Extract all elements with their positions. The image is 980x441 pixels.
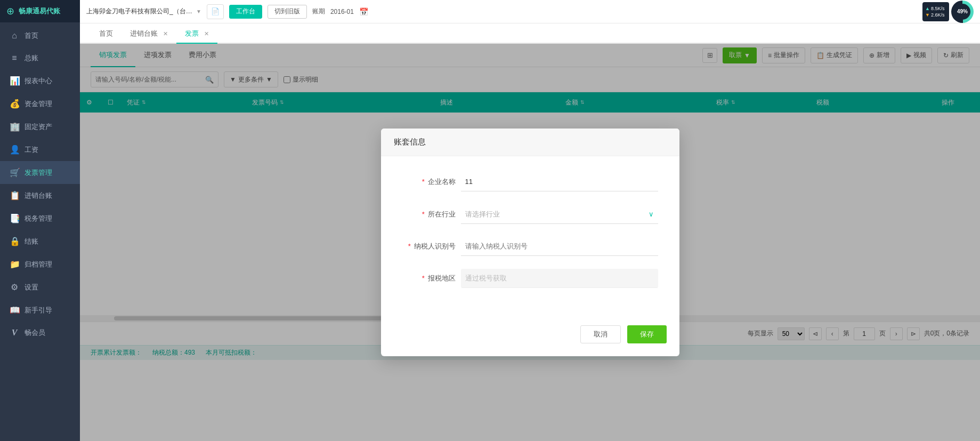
payroll-icon: 👤	[10, 145, 19, 155]
sidebar-item-sales[interactable]: 📋 进销台账	[0, 184, 80, 207]
company-name-label: 企业名称	[428, 178, 456, 186]
required-mark-company: *	[422, 178, 425, 186]
switch-old-button[interactable]: 切到旧版	[268, 5, 307, 19]
sidebar-item-finance[interactable]: 💰 资金管理	[0, 92, 80, 115]
guide-icon: 📖	[10, 305, 19, 315]
tax-region-display: 通过税号获取	[461, 269, 658, 288]
main-content: 上海卯金刀电子科技有限公司_（台201... ▼ 📄 工作台 切到旧版 账期 2…	[80, 0, 980, 441]
tab-sales-ledger-close-icon[interactable]: ✕	[163, 30, 168, 37]
invoice-icon: 🛒	[10, 167, 19, 178]
industry-row: * 所在行业 请选择行业 ∨	[402, 204, 658, 224]
speed-up-row: ▲ 8.5K/s	[925, 6, 946, 11]
sidebar-item-reports[interactable]: 📊 报表中心	[0, 69, 80, 92]
industry-label-wrapper: * 所在行业	[402, 210, 461, 219]
sidebar-item-archive[interactable]: 📁 归档管理	[0, 253, 80, 276]
topbar-right: ▲ 8.5K/s ▼ 2.6K/s 49%	[922, 1, 974, 23]
home-icon: ⌂	[10, 31, 19, 41]
tab-sales-ledger[interactable]: 进销台账 ✕	[122, 25, 176, 44]
sidebar-label-ledger: 总账	[25, 53, 38, 63]
industry-select[interactable]: 请选择行业	[461, 204, 658, 223]
tabbar: 首页 进销台账 ✕ 发票 ✕	[80, 23, 980, 44]
tax-region-row: * 报税地区 通过税号获取	[402, 269, 658, 288]
speed-down-row: ▼ 2.6K/s	[925, 12, 946, 18]
cancel-button[interactable]: 取消	[580, 325, 621, 343]
sidebar-label-vip: 畅会员	[25, 328, 45, 338]
required-mark-tax: *	[408, 242, 411, 250]
progress-value: 49%	[957, 9, 968, 14]
tab-home-label: 首页	[99, 29, 113, 38]
sidebar-label-finance: 资金管理	[25, 99, 52, 109]
period-value: 2016-01	[330, 8, 354, 15]
sidebar-label-archive: 归档管理	[25, 260, 52, 269]
sidebar-item-invoice[interactable]: 🛒 发票管理	[0, 161, 80, 184]
sidebar-item-home[interactable]: ⌂ 首页	[0, 25, 80, 47]
sidebar-label-tax: 税务管理	[25, 214, 52, 223]
speed-down-value: 2.6K/s	[931, 12, 945, 18]
tab-invoice[interactable]: 发票 ✕	[176, 25, 217, 44]
ledger-icon: ≡	[10, 53, 19, 63]
modal-body: * 企业名称 * 所在行业	[381, 156, 679, 317]
sidebar-label-payroll: 工资	[25, 145, 38, 155]
required-mark-region: *	[422, 274, 425, 282]
close-books-icon: 🔒	[10, 236, 19, 246]
sidebar-label-home: 首页	[25, 31, 38, 41]
settings-icon: ⚙	[10, 282, 19, 292]
sidebar-item-settings[interactable]: ⚙ 设置	[0, 276, 80, 299]
sidebar-item-ledger[interactable]: ≡ 总账	[0, 47, 80, 69]
tab-home[interactable]: 首页	[91, 25, 122, 44]
speed-info: ▲ 8.5K/s ▼ 2.6K/s 49%	[922, 1, 974, 23]
speed-up-value: 8.5K/s	[931, 6, 945, 11]
tax-region-label: 报税地区	[428, 274, 456, 282]
sidebar-label-guide: 新手引导	[25, 306, 52, 315]
save-button[interactable]: 保存	[627, 325, 667, 343]
account-info-modal: 账套信息 * 企业名称	[381, 129, 679, 356]
company-name-input[interactable]	[461, 172, 658, 191]
sidebar-item-tax[interactable]: 📑 税务管理	[0, 207, 80, 230]
document-icon-btn[interactable]: 📄	[207, 4, 224, 19]
archive-icon: 📁	[10, 259, 19, 269]
topbar: 上海卯金刀电子科技有限公司_（台201... ▼ 📄 工作台 切到旧版 账期 2…	[80, 0, 980, 23]
tax-icon: 📑	[10, 213, 19, 223]
sidebar-label-invoice: 发票管理	[25, 168, 52, 178]
required-mark-industry: *	[422, 210, 425, 218]
logo-text: 畅康通易代账	[19, 6, 60, 16]
sidebar-label-settings: 设置	[25, 283, 38, 292]
tab-invoice-label: 发票	[185, 29, 199, 38]
company-name-label-wrapper: * 企业名称	[402, 177, 461, 187]
modal-footer: 取消 保存	[381, 317, 679, 356]
workbench-button[interactable]: 工作台	[229, 5, 262, 19]
tab-sales-ledger-label: 进销台账	[130, 29, 158, 38]
sidebar-item-close[interactable]: 🔒 结账	[0, 230, 80, 253]
sidebar-label-reports: 报表中心	[25, 76, 52, 86]
sidebar-item-payroll[interactable]: 👤 工资	[0, 138, 80, 161]
tax-id-label: 纳税人识别号	[414, 242, 456, 250]
progress-inner: 49%	[954, 4, 970, 20]
finance-icon: 💰	[10, 99, 19, 109]
assets-icon: 🏢	[10, 122, 19, 132]
industry-select-wrapper: 请选择行业 ∨	[461, 204, 658, 224]
sidebar-item-assets[interactable]: 🏢 固定资产	[0, 115, 80, 138]
sidebar-item-vip[interactable]: V 畅会员	[0, 322, 80, 344]
company-selector[interactable]: 上海卯金刀电子科技有限公司_（台201... ▼	[86, 7, 201, 16]
content-area: 销项发票 进项发票 费用小票 ⊞ 取票 ▼	[80, 44, 980, 441]
tab-invoice-close-icon[interactable]: ✕	[204, 30, 209, 37]
modal-overlay: 账套信息 * 企业名称	[80, 44, 980, 441]
tax-id-input[interactable]	[461, 237, 658, 256]
tax-region-placeholder: 通过税号获取	[465, 274, 507, 283]
logo-icon: ⊕	[6, 5, 14, 17]
sidebar-item-guide[interactable]: 📖 新手引导	[0, 299, 80, 322]
reports-icon: 📊	[10, 76, 19, 86]
calendar-icon[interactable]: 📅	[359, 7, 368, 16]
app-logo: ⊕ 畅康通易代账	[0, 0, 80, 22]
tax-region-label-wrapper: * 报税地区	[402, 274, 461, 283]
sales-icon: 📋	[10, 190, 19, 201]
modal-title: 账套信息	[394, 137, 426, 146]
industry-label: 所在行业	[428, 210, 456, 218]
tax-id-row: * 纳税人识别号	[402, 237, 658, 256]
company-name-row: * 企业名称	[402, 172, 658, 191]
period-label: 账期	[312, 7, 325, 16]
sidebar-label-sales: 进销台账	[25, 191, 52, 201]
sidebar: ⊕ 畅康通易代账 ⌂ 首页 ≡ 总账 📊 报表中心 💰 资金管理 🏢 固定资	[0, 0, 80, 441]
arrow-down-icon: ▼	[925, 12, 930, 18]
tax-id-label-wrapper: * 纳税人识别号	[402, 242, 461, 251]
